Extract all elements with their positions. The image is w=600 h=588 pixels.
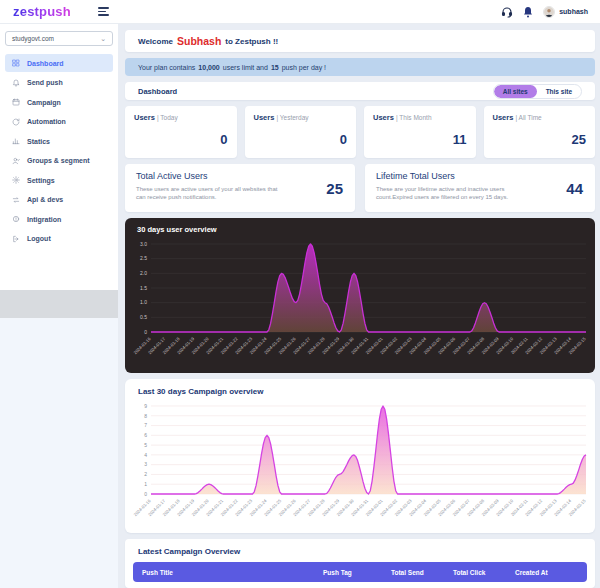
site-selector-value: studygovt.com [12, 35, 54, 42]
column-push-tag: Push Tag [323, 569, 391, 576]
column-push-title: Push Title [133, 569, 323, 576]
bar-chart-icon [12, 137, 20, 145]
summary-title: Lifetime Total Users [376, 171, 584, 181]
chart-title: Last 30 days Campaign overview [130, 387, 590, 396]
plan-text: users limit and [223, 64, 268, 71]
svg-text:1.0: 1.0 [140, 299, 147, 305]
user-avatar [543, 6, 555, 18]
svg-text:0.5: 0.5 [140, 314, 147, 320]
svg-text:8: 8 [144, 413, 147, 419]
logout-icon [12, 235, 20, 243]
svg-text:1: 1 [144, 481, 147, 487]
svg-text:0: 0 [144, 329, 147, 335]
user-menu[interactable]: subhash [543, 6, 588, 18]
header-brand-area: zestpush [0, 4, 118, 19]
bell-icon [12, 79, 20, 87]
summary-description: These are your lifetime active and inact… [376, 185, 526, 201]
sidebar-item-label: Api & devs [27, 196, 63, 203]
column-created-at: Created At [515, 569, 587, 576]
support-headset-icon[interactable] [501, 6, 513, 18]
dashboard-toolbar: Dashboard All sites This site [125, 82, 595, 100]
sidebar-item-intigration[interactable]: Intigration [5, 210, 113, 228]
hamburger-menu-icon[interactable] [98, 7, 109, 16]
lifetime-total-users-card: Lifetime Total Users These are your life… [365, 164, 595, 212]
sidebar-item-label: Settings [27, 177, 55, 184]
notifications-bell-icon[interactable] [522, 6, 534, 18]
svg-text:3.0: 3.0 [140, 241, 147, 247]
svg-text:5: 5 [144, 442, 147, 448]
sidebar-item-campaign[interactable]: Campaign [5, 93, 113, 111]
summary-description: These users are active users of your all… [136, 185, 286, 201]
welcome-suffix: to Zestpush !! [225, 37, 278, 46]
stat-value: 0 [134, 132, 228, 147]
summary-title: Total Active Users [136, 171, 344, 181]
svg-text:2: 2 [144, 471, 147, 477]
column-total-click: Total Click [453, 569, 515, 576]
svg-text:4: 4 [144, 452, 147, 458]
latest-campaign-table-card: Latest Campaign Overview Push Title Push… [125, 539, 595, 588]
summary-cards: Total Active Users These users are activ… [125, 164, 595, 212]
header-actions: subhash [118, 6, 600, 18]
dashboard-grid-icon [12, 59, 20, 67]
gear-icon [12, 176, 20, 184]
campaign-overview-chart-card: Last 30 days Campaign overview 012345678… [125, 379, 595, 533]
users-overview-chart-card: 30 days user overview 00.51.01.52.02.53.… [125, 218, 595, 373]
stat-card-all-time: Users | All Time 25 [484, 106, 596, 158]
sidebar-item-api-devs[interactable]: Api & devs [5, 191, 113, 209]
svg-text:9: 9 [144, 403, 147, 409]
table-header-row: Push Title Push Tag Total Send Total Cli… [133, 562, 587, 582]
plan-text: Your plan contains [138, 64, 195, 71]
user-stat-cards: Users | Today 0 Users | Yesterday 0 User… [125, 106, 595, 158]
stat-title: Users [493, 113, 514, 122]
zestpush-logo: zestpush [13, 4, 71, 19]
sidebar-item-logout[interactable]: Logout [5, 230, 113, 248]
sidebar-item-label: Send push [27, 79, 63, 86]
plan-info-banner: Your plan contains 10,000 users limit an… [125, 58, 595, 76]
sidebar-item-dashboard[interactable]: Dashboard [5, 54, 113, 72]
sidebar-item-label: Campaign [27, 99, 61, 106]
plan-text: push per day ! [282, 64, 326, 71]
stat-card-yesterday: Users | Yesterday 0 [245, 106, 357, 158]
all-sites-toggle[interactable]: All sites [494, 85, 537, 98]
svg-text:7: 7 [144, 422, 147, 428]
site-selector-dropdown[interactable]: studygovt.com ⌄ [5, 31, 113, 46]
svg-text:1.5: 1.5 [140, 285, 147, 291]
this-site-toggle[interactable]: This site [537, 85, 581, 98]
svg-text:0: 0 [144, 491, 147, 497]
sidebar-item-settings[interactable]: Settings [5, 171, 113, 189]
stat-period: | This Month [396, 114, 432, 121]
welcome-banner: Welcome Subhash to Zestpush !! [125, 30, 595, 52]
sidebar-item-send-push[interactable]: Send push [5, 74, 113, 92]
svg-text:6: 6 [144, 432, 147, 438]
chart-title: 30 days user overview [130, 225, 590, 234]
page-title: Dashboard [138, 87, 177, 96]
username-label: subhash [559, 8, 588, 15]
svg-text:3: 3 [144, 461, 147, 467]
stat-title: Users [373, 113, 394, 122]
sidebar-item-label: Statics [27, 138, 50, 145]
users-overview-chart: 00.51.01.52.02.53.02024-01-162024-01-172… [130, 234, 590, 370]
summary-value: 25 [326, 180, 343, 197]
stat-value: 0 [254, 132, 348, 147]
integration-circle-icon [12, 215, 20, 223]
sidebar-item-statics[interactable]: Statics [5, 132, 113, 150]
sidebar-item-automation[interactable]: Automation [5, 113, 113, 131]
stat-title: Users [134, 113, 155, 122]
column-total-send: Total Send [391, 569, 453, 576]
sidebar-item-label: Groups & segment [27, 157, 90, 164]
left-background-strip [0, 318, 118, 588]
calendar-icon [12, 98, 20, 106]
sidebar-item-groups-segment[interactable]: Groups & segment [5, 152, 113, 170]
stat-title: Users [254, 113, 275, 122]
swap-arrows-icon [12, 196, 20, 204]
top-header: zestpush subhash [0, 0, 600, 24]
sidebar: studygovt.com ⌄ Dashboard Send push Camp… [0, 24, 118, 290]
stat-period: | Yesterday [276, 114, 308, 121]
sidebar-item-label: Dashboard [27, 60, 64, 67]
site-scope-toggle: All sites This site [493, 84, 582, 99]
user-group-icon [12, 157, 20, 165]
stat-card-today: Users | Today 0 [125, 106, 237, 158]
total-active-users-card: Total Active Users These users are activ… [125, 164, 355, 212]
svg-text:2.0: 2.0 [140, 270, 147, 276]
sidebar-item-label: Automation [27, 118, 66, 125]
